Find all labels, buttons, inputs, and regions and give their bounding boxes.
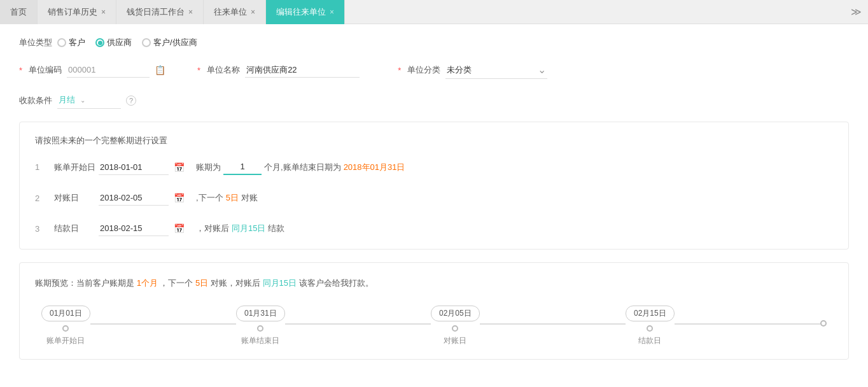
timeline-line-end [675,323,820,325]
timeline-badge-2: 01月31日 [236,306,285,321]
payment-terms-label: 收款条件 [19,95,52,106]
row-1-highlight: 2018年01月31日 [344,162,405,173]
row-1-label: 账单开始日 [54,162,99,173]
row-3-desc-prefix: ，对账后 [196,223,229,234]
radio-customer[interactable]: 客户 [57,37,85,48]
radio-both-circle [142,38,151,47]
payment-terms-value: 月结 [59,94,75,106]
timeline-badge-3: 02月05日 [431,306,480,321]
unit-category-select[interactable]: 未分类 ⌄ [445,61,547,79]
help-icon[interactable]: ? [126,95,136,106]
tab-bar: 首页 销售订单历史 × 钱货日清工作台 × 往来单位 × 编辑往来单位 × ≫ [0,0,868,24]
timeline-node-2: 01月31日 账单结束日 [236,306,285,346]
tab-cash-work-close[interactable]: × [188,8,193,17]
payment-terms-select[interactable]: 月结 ⌄ [57,92,121,109]
timeline-label-3: 对账日 [444,335,466,346]
timeline-dot-4 [647,325,653,332]
preview-middle2: 对账，对账后 [211,278,260,288]
row-1-date-input[interactable] [99,160,169,175]
row-3-date-input[interactable] [99,221,169,236]
timeline-badge-4: 02月15日 [626,306,675,321]
row-2-highlight: 5日 [226,192,239,204]
radio-group: 客户 供应商 客户/供应商 [57,37,197,48]
unit-code-star: * [19,66,22,75]
preview-middle1: ，下一个 [160,278,193,288]
payment-terms-row: 收款条件 月结 ⌄ ? [19,92,849,109]
row-3-label: 结款日 [54,223,99,234]
timeline-line-2 [285,323,431,325]
radio-supplier-circle [95,38,104,47]
row-1-desc-prefix: 账期为 [196,162,221,173]
preview-suffix: 该客户会给我打款。 [299,278,374,288]
unit-type-label: 单位类型 [19,37,52,48]
radio-customer-circle [57,38,66,47]
payment-terms-arrow: ⌄ [80,97,85,104]
unit-name-star: * [197,66,200,75]
tab-partner[interactable]: 往来单位 × [204,0,266,24]
row-3-desc-suffix: 结款 [268,223,284,234]
tab-home[interactable]: 首页 [0,0,38,24]
unit-name-label: 单位名称 [207,64,240,76]
row-3-calendar-icon[interactable]: 📅 [174,223,185,234]
tab-partner-close[interactable]: × [251,8,255,17]
preview-prefix: 账期预览：当前客户账期是 [35,278,134,288]
timeline-line-1 [90,323,236,325]
unit-code-icon[interactable]: 📋 [155,65,165,75]
preview-highlight3: 同月15日 [263,278,297,288]
radio-customer-label: 客户 [69,37,85,48]
unit-name-input[interactable] [245,62,360,78]
settings-row-1: 1 账单开始日 📅 账期为 个月,账单结束日期为 2018年01月31日 [35,159,833,175]
main-content: 单位类型 客户 供应商 客户/供应商 * 单位编码 [0,24,868,387]
timeline-dot-1 [62,325,69,332]
row-3-number: 3 [35,224,54,234]
row-2-date-input[interactable] [99,190,169,206]
expand-button[interactable]: ≫ [844,0,868,24]
unit-category-star: * [398,66,401,75]
row-2-calendar-icon[interactable]: 📅 [174,193,185,203]
timeline-node-3: 02月05日 对账日 [431,306,480,346]
unit-type-field: 单位类型 客户 供应商 客户/供应商 [19,37,197,48]
tab-cash-work[interactable]: 钱货日清工作台 × [116,0,204,24]
unit-name-field: * 单位名称 [197,62,360,78]
row-2-desc-prefix: ,下一个 [196,192,223,204]
row-2-description: ,下一个 5日 对账 [196,192,258,204]
timeline-label-2: 账单结束日 [241,335,279,346]
tab-edit-partner-close[interactable]: × [330,8,334,17]
timeline-dot-2 [257,325,263,332]
preview-highlight1: 1个月 [137,278,158,288]
payment-terms-field: 收款条件 月结 ⌄ ? [19,92,136,109]
timeline-node-1: 01月01日 账单开始日 [41,306,90,346]
tab-sales-history[interactable]: 销售订单历史 × [38,0,116,24]
timeline-dot-3 [452,325,458,332]
tab-sales-history-label: 销售订单历史 [48,6,97,18]
tab-sales-history-close[interactable]: × [101,8,106,17]
tab-cash-work-label: 钱货日清工作台 [127,6,185,18]
radio-both[interactable]: 客户/供应商 [142,37,197,48]
timeline-label-4: 结款日 [638,335,661,346]
timeline-end-dot [820,320,827,327]
period-input[interactable] [223,159,262,175]
timeline-line-3 [480,323,626,325]
row-1-number: 1 [35,162,54,172]
timeline-container: 01月01日 账单开始日 01月31日 账单结束日 02月05日 [35,306,833,346]
tab-edit-partner[interactable]: 编辑往来单位 × [266,0,345,24]
radio-supplier[interactable]: 供应商 [95,37,132,48]
preview-highlight2: 5日 [195,278,208,288]
settings-row-2: 2 对账日 📅 ,下一个 5日 对账 [35,190,833,206]
unit-category-label: 单位分类 [407,64,440,76]
tab-home-label: 首页 [10,6,27,18]
row-1-calendar-icon[interactable]: 📅 [174,162,185,172]
unit-info-row: * 单位编码 📋 * 单位名称 * 单位分类 未分类 ⌄ [19,61,849,79]
row-3-description: ，对账后 同月15日 结款 [196,223,284,234]
row-2-label: 对账日 [54,192,99,204]
unit-category-value: 未分类 [447,64,472,76]
settings-card: 请按照未来的一个完整帐期进行设置 1 账单开始日 📅 账期为 个月,账单结束日期… [19,122,849,250]
tab-partner-label: 往来单位 [214,6,247,18]
row-2-desc-suffix: 对账 [241,192,258,204]
timeline-node-4: 02月15日 结款日 [626,306,675,346]
row-1-description: 账期为 个月,账单结束日期为 2018年01月31日 [196,159,405,175]
unit-code-input[interactable] [67,62,150,78]
timeline: 01月01日 账单开始日 01月31日 账单结束日 02月05日 [41,306,827,346]
unit-code-label: 单位编码 [29,64,62,76]
timeline-label-1: 账单开始日 [46,335,85,346]
